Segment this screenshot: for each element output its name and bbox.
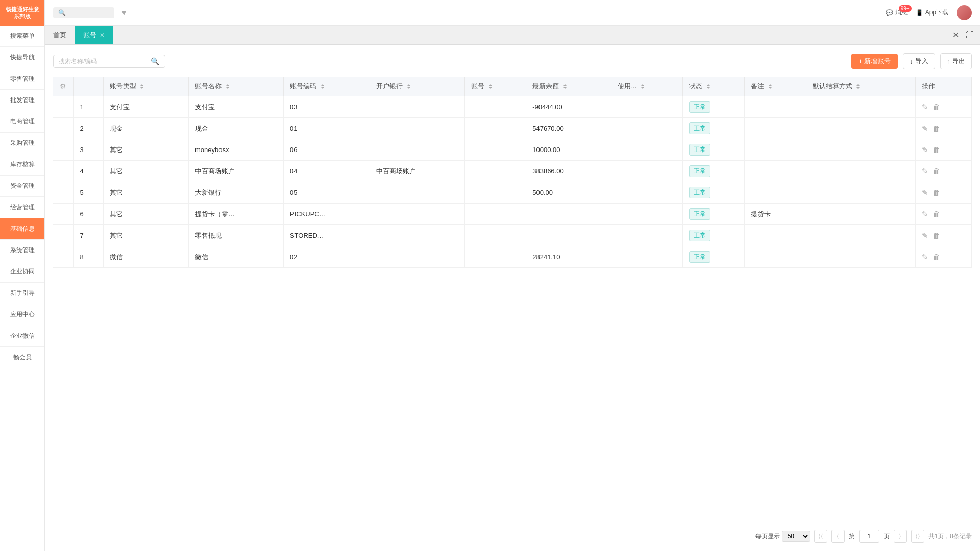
code-col-header[interactable]: 账号编码 <box>283 77 370 96</box>
sidebar-item-purchase[interactable]: 采购管理 <box>0 133 44 154</box>
row-num: 2 <box>74 118 103 139</box>
search-submit-icon[interactable]: 🔍 <box>151 57 159 65</box>
edit-button[interactable]: ✎ <box>922 210 928 219</box>
row-remark <box>745 246 806 268</box>
prev-page-button[interactable]: ⟨ <box>831 530 845 543</box>
tab-close-all-icon[interactable]: ✕ <box>950 30 961 40</box>
page-size-select[interactable]: 每页显示 50 100 200 <box>755 531 810 542</box>
row-usage <box>611 182 683 204</box>
sidebar-item-system[interactable]: 系统管理 <box>0 240 44 261</box>
delete-button[interactable]: 🗑 <box>933 167 940 176</box>
column-settings-icon[interactable]: ⚙ <box>60 82 66 90</box>
row-actions: ✎ 🗑 <box>915 225 971 246</box>
tab-home[interactable]: 首页 <box>45 26 75 44</box>
status-sort-icon[interactable] <box>706 84 710 89</box>
page-number-input[interactable] <box>859 530 879 543</box>
next-page-button[interactable]: ⟩ <box>894 530 907 543</box>
edit-button[interactable]: ✎ <box>922 188 928 197</box>
sidebar-item-enterprise[interactable]: 企业协同 <box>0 261 44 283</box>
message-badge: 99+ <box>899 5 912 12</box>
delete-button[interactable]: 🗑 <box>933 124 940 133</box>
row-account <box>464 246 526 268</box>
search-input[interactable] <box>59 58 151 65</box>
sidebar-item-member[interactable]: 畅会员 <box>0 347 44 368</box>
row-account <box>464 139 526 161</box>
sidebar-item-inventory[interactable]: 库存核算 <box>0 154 44 176</box>
row-status: 正常 <box>683 161 745 182</box>
row-remark <box>745 139 806 161</box>
sidebar-item-operation[interactable]: 经营管理 <box>0 197 44 218</box>
sidebar-item-wechat[interactable]: 企业微信 <box>0 325 44 347</box>
code-sort-icon[interactable] <box>321 84 325 89</box>
sidebar-item-basic[interactable]: 基础信息 <box>0 218 44 240</box>
row-actions: ✎ 🗑 <box>915 204 971 225</box>
usage-sort-icon[interactable] <box>641 84 645 89</box>
sidebar-item-guide[interactable]: 新手引导 <box>0 283 44 304</box>
dropdown-icon[interactable]: ▼ <box>120 9 128 17</box>
edit-button[interactable]: ✎ <box>922 253 928 262</box>
page-size-dropdown[interactable]: 50 100 200 <box>782 531 810 542</box>
search-bar[interactable]: 🔍 <box>53 7 114 18</box>
remark-sort-icon[interactable] <box>768 84 772 89</box>
delete-button[interactable]: 🗑 <box>933 253 940 261</box>
row-name: moneybosx <box>188 139 283 161</box>
delete-button[interactable]: 🗑 <box>933 103 940 111</box>
page-size-label: 每页显示 <box>755 532 780 541</box>
row-status: 正常 <box>683 118 745 139</box>
add-account-button[interactable]: + 新增账号 <box>851 54 898 69</box>
usage-col-header[interactable]: 使用... <box>611 77 683 96</box>
app-download-button[interactable]: 📱 App下载 <box>916 8 948 17</box>
balance-sort-icon[interactable] <box>563 84 567 89</box>
bank-col-header[interactable]: 开户银行 <box>370 77 464 96</box>
name-sort-icon[interactable] <box>226 84 230 89</box>
message-button[interactable]: 💬 消息 99+ <box>886 8 908 17</box>
first-page-button[interactable]: ⟨⟨ <box>814 530 827 543</box>
sidebar-item-appcenter[interactable]: 应用中心 <box>0 304 44 325</box>
row-default-settle <box>806 246 915 268</box>
tab-close-icon[interactable]: ✕ <box>100 32 105 38</box>
row-type: 其它 <box>103 225 188 246</box>
default-settle-sort-icon[interactable] <box>856 84 860 89</box>
default-settle-col-header[interactable]: 默认结算方式 <box>806 77 915 96</box>
edit-button[interactable]: ✎ <box>922 167 928 176</box>
delete-button[interactable]: 🗑 <box>933 145 940 154</box>
row-type: 其它 <box>103 161 188 182</box>
row-name: 中百商场账户 <box>188 161 283 182</box>
sidebar-item-ecommerce[interactable]: 电商管理 <box>0 111 44 133</box>
app-icon: 📱 <box>916 9 923 16</box>
sidebar-item-search[interactable]: 搜索菜单 <box>0 26 44 47</box>
tab-account[interactable]: 账号 ✕ <box>75 26 113 44</box>
export-button[interactable]: ↑ 导出 <box>940 53 972 69</box>
sidebar-item-shortcut[interactable]: 快捷导航 <box>0 47 44 68</box>
sidebar-item-retail[interactable]: 零售管理 <box>0 68 44 90</box>
delete-button[interactable]: 🗑 <box>933 231 940 240</box>
import-button[interactable]: ↓ 导入 <box>903 53 935 69</box>
delete-button[interactable]: 🗑 <box>933 210 940 218</box>
search-input-wrap[interactable]: 🔍 <box>53 55 165 68</box>
logo: 畅捷通好生意 乐邦版 <box>0 0 44 26</box>
row-settings <box>53 139 74 161</box>
edit-button[interactable]: ✎ <box>922 103 928 112</box>
row-remark <box>745 182 806 204</box>
remark-col-header[interactable]: 备注 <box>745 77 806 96</box>
edit-button[interactable]: ✎ <box>922 124 928 133</box>
last-page-button[interactable]: ⟩⟩ <box>911 530 924 543</box>
balance-col-header[interactable]: 最新余额 <box>526 77 611 96</box>
type-col-header[interactable]: 账号类型 <box>103 77 188 96</box>
row-name: 零售抵现 <box>188 225 283 246</box>
settings-col-header[interactable]: ⚙ <box>53 77 74 96</box>
row-default-settle <box>806 225 915 246</box>
account-sort-icon[interactable] <box>488 84 493 89</box>
tab-expand-icon[interactable]: ⛶ <box>965 30 975 40</box>
account-col-header[interactable]: 账号 <box>464 77 526 96</box>
bank-sort-icon[interactable] <box>407 84 411 89</box>
sidebar-item-finance[interactable]: 资金管理 <box>0 176 44 197</box>
delete-button[interactable]: 🗑 <box>933 188 940 197</box>
type-sort-icon[interactable] <box>140 84 144 89</box>
avatar[interactable] <box>957 5 972 20</box>
name-col-header[interactable]: 账号名称 <box>188 77 283 96</box>
edit-button[interactable]: ✎ <box>922 231 928 240</box>
status-col-header[interactable]: 状态 <box>683 77 745 96</box>
edit-button[interactable]: ✎ <box>922 145 928 155</box>
sidebar-item-wholesale[interactable]: 批发管理 <box>0 90 44 111</box>
